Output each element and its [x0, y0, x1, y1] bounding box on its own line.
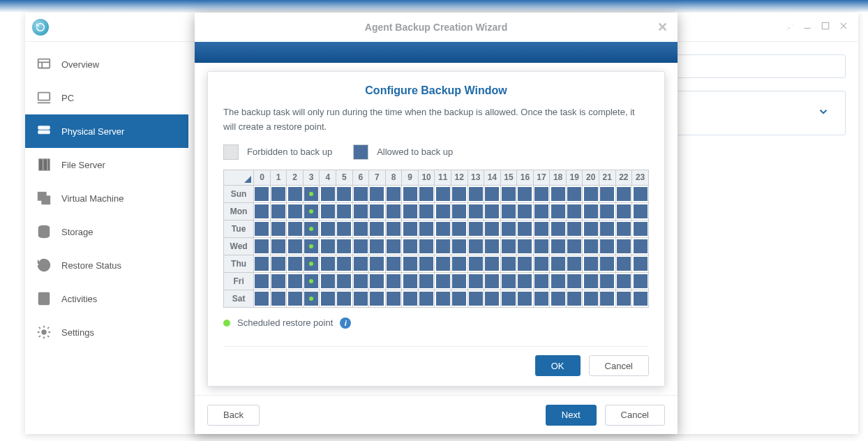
grid-cell[interactable]	[336, 237, 353, 255]
grid-hour-header[interactable]: 23	[632, 170, 649, 185]
grid-cell[interactable]	[583, 272, 599, 290]
grid-cell[interactable]	[435, 220, 451, 237]
grid-cell[interactable]	[369, 272, 386, 290]
grid-cell[interactable]	[566, 237, 583, 255]
grid-cell[interactable]	[599, 237, 616, 255]
grid-cell[interactable]	[418, 185, 435, 202]
grid-cell[interactable]	[484, 255, 501, 272]
grid-cell[interactable]	[303, 185, 320, 202]
grid-hour-header[interactable]: 18	[550, 170, 567, 185]
grid-cell[interactable]	[287, 272, 304, 290]
grid-cell[interactable]	[254, 290, 271, 307]
grid-cell[interactable]	[467, 272, 484, 290]
grid-hour-header[interactable]: 3	[303, 170, 320, 185]
grid-cell[interactable]	[369, 220, 386, 237]
grid-hour-header[interactable]: 7	[369, 170, 386, 185]
grid-cell[interactable]	[402, 255, 419, 272]
grid-day-header[interactable]: Fri	[224, 272, 254, 290]
maximize-icon[interactable]	[821, 21, 830, 33]
grid-cell[interactable]	[632, 272, 649, 290]
grid-cell[interactable]	[418, 255, 435, 272]
grid-cell[interactable]	[599, 255, 616, 272]
grid-cell[interactable]	[615, 290, 632, 307]
grid-cell[interactable]	[402, 220, 419, 237]
grid-cell[interactable]	[583, 237, 599, 255]
grid-cell[interactable]	[500, 255, 517, 272]
grid-cell[interactable]	[451, 220, 467, 237]
grid-cell[interactable]	[484, 237, 501, 255]
grid-cell[interactable]	[615, 185, 632, 202]
grid-cell[interactable]	[451, 237, 467, 255]
grid-cell[interactable]	[533, 237, 550, 255]
grid-cell[interactable]	[599, 272, 616, 290]
grid-day-header[interactable]: Mon	[224, 202, 254, 220]
grid-cell[interactable]	[615, 255, 632, 272]
grid-hour-header[interactable]: 1	[270, 170, 287, 185]
grid-cell[interactable]	[583, 255, 599, 272]
grid-cell[interactable]	[632, 202, 649, 220]
grid-cell[interactable]	[287, 202, 304, 220]
grid-cell[interactable]	[336, 202, 353, 220]
grid-cell[interactable]	[500, 290, 517, 307]
grid-cell[interactable]	[533, 272, 550, 290]
grid-cell[interactable]	[385, 220, 402, 237]
grid-cell[interactable]	[352, 255, 369, 272]
grid-cell[interactable]	[533, 185, 550, 202]
grid-hour-header[interactable]: 4	[320, 170, 336, 185]
grid-cell[interactable]	[435, 255, 451, 272]
grid-cell[interactable]	[566, 185, 583, 202]
grid-cell[interactable]	[369, 255, 386, 272]
grid-cell[interactable]	[550, 272, 567, 290]
grid-cell[interactable]	[320, 272, 336, 290]
grid-cell[interactable]	[320, 220, 336, 237]
wizard-close-icon[interactable]: ✕	[657, 21, 668, 33]
grid-cell[interactable]	[550, 220, 567, 237]
grid-hour-header[interactable]: 9	[402, 170, 419, 185]
grid-cell[interactable]	[517, 237, 534, 255]
grid-cell[interactable]	[517, 290, 534, 307]
grid-hour-header[interactable]: 8	[385, 170, 402, 185]
grid-cell[interactable]	[369, 185, 386, 202]
grid-cell[interactable]	[632, 290, 649, 307]
grid-cell[interactable]	[352, 272, 369, 290]
grid-cell[interactable]	[632, 220, 649, 237]
grid-cell[interactable]	[500, 272, 517, 290]
grid-cell[interactable]	[484, 202, 501, 220]
grid-cell[interactable]	[533, 220, 550, 237]
grid-hour-header[interactable]: 21	[599, 170, 616, 185]
grid-day-header[interactable]: Sat	[224, 290, 254, 307]
wizard-cancel-button[interactable]: Cancel	[605, 405, 665, 426]
grid-cell[interactable]	[517, 220, 534, 237]
grid-cell[interactable]	[599, 202, 616, 220]
grid-cell[interactable]	[369, 202, 386, 220]
grid-cell[interactable]	[451, 290, 467, 307]
grid-hour-header[interactable]: 6	[352, 170, 369, 185]
grid-cell[interactable]	[435, 202, 451, 220]
schedule-grid[interactable]: 01234567891011121314151617181920212223Su…	[223, 170, 649, 308]
grid-cell[interactable]	[385, 272, 402, 290]
grid-cell[interactable]	[270, 272, 287, 290]
grid-cell[interactable]	[303, 255, 320, 272]
grid-cell[interactable]	[533, 202, 550, 220]
grid-hour-header[interactable]: 22	[615, 170, 632, 185]
grid-hour-header[interactable]: 5	[336, 170, 353, 185]
grid-cell[interactable]	[500, 185, 517, 202]
grid-cell[interactable]	[451, 255, 467, 272]
grid-cell[interactable]	[352, 185, 369, 202]
grid-cell[interactable]	[385, 290, 402, 307]
grid-cell[interactable]	[550, 255, 567, 272]
grid-cell[interactable]	[451, 185, 467, 202]
grid-cell[interactable]	[632, 185, 649, 202]
grid-cell[interactable]	[517, 272, 534, 290]
grid-cell[interactable]	[451, 202, 467, 220]
pin-icon[interactable]	[784, 21, 794, 33]
grid-cell[interactable]	[451, 272, 467, 290]
grid-day-header[interactable]: Tue	[224, 220, 254, 237]
grid-cell[interactable]	[550, 237, 567, 255]
grid-cell[interactable]	[632, 237, 649, 255]
sidebar-item-file-server[interactable]: File Server	[25, 148, 188, 181]
grid-cell[interactable]	[336, 220, 353, 237]
grid-cell[interactable]	[270, 237, 287, 255]
grid-cell[interactable]	[500, 202, 517, 220]
grid-cell[interactable]	[484, 220, 501, 237]
